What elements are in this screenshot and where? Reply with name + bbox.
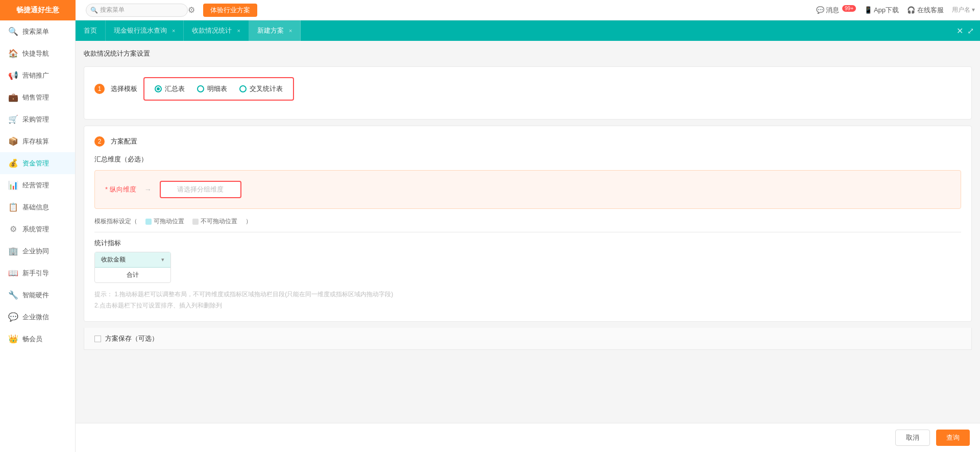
metrics-header: 模板指标设定（ 可拖动位置 不可拖动位置 ）	[94, 217, 961, 226]
sidebar: 🔍 搜索菜单 🏠 快捷导航 📢 营销推广 💼 销售管理 🛒 采购管理 📦 库存核…	[0, 20, 76, 452]
tab-collection-close[interactable]: ×	[237, 28, 240, 34]
info-icon: 📋	[8, 202, 18, 212]
search-icon: 🔍	[8, 27, 18, 36]
radio-summary[interactable]: 汇总表	[155, 84, 185, 93]
sidebar-item-finance[interactable]: 💰 资金管理	[0, 152, 75, 174]
sidebar-item-enterprise[interactable]: 🏢 企业协同	[0, 240, 75, 262]
content-area: 首页 现金银行流水查询 × 收款情况统计 × 新建方案 × ✕ ⤢ 收款情况统计…	[76, 20, 980, 452]
main-layout: 🔍 搜索菜单 🏠 快捷导航 📢 营销推广 💼 销售管理 🛒 采购管理 📦 库存核…	[0, 20, 980, 452]
tab-new-plan-close[interactable]: ×	[289, 28, 292, 34]
sidebar-item-label: 库存核算	[22, 137, 49, 146]
radio-summary-label: 汇总表	[165, 84, 185, 93]
sidebar-item-label: 智能硬件	[22, 291, 49, 300]
tip-2: 2.点击标题栏下拉可设置排序、插入列和删除列	[94, 300, 961, 312]
metrics-cell-total: 合计	[95, 268, 170, 282]
tab-collection-label: 收款情况统计	[192, 26, 232, 35]
sidebar-item-label: 资金管理	[22, 159, 49, 168]
radio-cross[interactable]: 交叉统计表	[239, 84, 283, 93]
sidebar-item-member[interactable]: 👑 畅会员	[0, 328, 75, 350]
download-item[interactable]: 📱 App下载	[864, 6, 899, 15]
close-window-icon[interactable]: ✕	[957, 26, 963, 36]
sidebar-item-label: 新手引导	[22, 269, 49, 278]
metrics-settings-label: 模板指标设定（	[94, 217, 137, 226]
hardware-icon: 🔧	[8, 290, 18, 300]
step2-circle: 2	[94, 136, 105, 147]
divider	[94, 232, 961, 232]
sidebar-item-wechat[interactable]: 💬 企业微信	[0, 306, 75, 328]
search-bar[interactable]: 🔍 搜索菜单	[86, 4, 188, 17]
metrics-col-label: 收款金额	[101, 255, 126, 264]
tab-cash-flow-close[interactable]: ×	[172, 28, 175, 34]
logo-text: 畅捷通好生意	[16, 6, 59, 15]
unmovable-dot	[192, 219, 199, 225]
sidebar-item-label: 畅会员	[22, 335, 42, 344]
tab-cash-flow-label: 现金银行流水查询	[114, 26, 167, 35]
gear-icon[interactable]: ⚙	[188, 5, 195, 15]
trial-button[interactable]: 体验行业方案	[203, 4, 257, 17]
sidebar-item-label: 系统管理	[22, 225, 49, 234]
search-placeholder: 搜索菜单	[100, 6, 125, 14]
save-section: 方案保存（可选）	[84, 328, 972, 350]
user-avatar[interactable]: 用户名 ▾	[952, 6, 975, 14]
tab-collection-stats[interactable]: 收款情况统计 ×	[184, 20, 249, 41]
unmovable-legend: 不可拖动位置	[192, 217, 237, 226]
movable-label: 可拖动位置	[154, 217, 184, 226]
radio-summary-btn[interactable]	[155, 85, 162, 92]
notification-item[interactable]: 💬 消息 99+	[816, 6, 856, 15]
query-button[interactable]: 查询	[936, 430, 970, 446]
system-icon: ⚙	[8, 224, 18, 234]
sidebar-item-inventory[interactable]: 📦 库存核算	[0, 130, 75, 152]
sidebar-item-purchase[interactable]: 🛒 采购管理	[0, 108, 75, 130]
step1-row: 1 选择模板 汇总表 明细表 交叉统计表	[94, 77, 961, 101]
metrics-settings: 模板指标设定（ 可拖动位置 不可拖动位置 ） 统计指标	[94, 217, 961, 283]
dimension-title: 汇总维度（必选）	[94, 155, 961, 164]
sidebar-item-system[interactable]: ⚙ 系统管理	[0, 218, 75, 240]
unmovable-label: 不可拖动位置	[201, 217, 237, 226]
radio-detail-label: 明细表	[207, 84, 227, 93]
notification-badge: 99+	[842, 5, 856, 12]
step1-circle: 1	[94, 84, 105, 94]
movable-legend: 可拖动位置	[145, 217, 184, 226]
radio-detail-btn[interactable]	[197, 85, 204, 92]
tips-area: 提示： 1.拖动标题栏可以调整布局，不可跨维度或指标区域拖动栏目段(只能在同一维…	[94, 289, 961, 311]
sidebar-item-label: 采购管理	[22, 115, 49, 124]
save-checkbox[interactable]	[94, 336, 101, 342]
tab-cash-flow[interactable]: 现金银行流水查询 ×	[106, 20, 184, 41]
sidebar-item-guide[interactable]: 📖 新手引导	[0, 262, 75, 284]
sidebar-item-label: 快捷导航	[22, 49, 49, 58]
step1-label: 选择模板	[111, 84, 137, 93]
sidebar-item-basic-info[interactable]: 📋 基础信息	[0, 196, 75, 218]
sidebar-item-nav[interactable]: 🏠 快捷导航	[0, 42, 75, 64]
tab-home[interactable]: 首页	[76, 20, 106, 41]
sidebar-item-marketing[interactable]: 📢 营销推广	[0, 64, 75, 86]
dimension-row: * 纵向维度 → 请选择分组维度	[105, 181, 950, 198]
header-right: 💬 消息 99+ 📱 App下载 🎧 在线客服 用户名 ▾	[816, 6, 975, 15]
sidebar-item-sales[interactable]: 💼 销售管理	[0, 86, 75, 108]
dimension-select[interactable]: 请选择分组维度	[160, 181, 241, 198]
tab-bar: 首页 现金银行流水查询 × 收款情况统计 × 新建方案 × ✕ ⤢	[76, 20, 980, 41]
radio-cross-btn[interactable]	[239, 85, 247, 92]
enterprise-icon: 🏢	[8, 246, 18, 256]
page-title: 收款情况统计方案设置	[84, 49, 972, 58]
tab-new-plan[interactable]: 新建方案 ×	[249, 20, 301, 41]
radio-cross-label: 交叉统计表	[250, 84, 283, 93]
save-label: 方案保存（可选）	[105, 334, 158, 343]
bottom-actions: 取消 查询	[76, 423, 980, 452]
radio-detail[interactable]: 明细表	[197, 84, 227, 93]
sidebar-item-label: 基础信息	[22, 203, 49, 212]
template-options: 汇总表 明细表 交叉统计表	[143, 77, 294, 101]
metrics-table: 收款金额 ▾ 合计	[94, 252, 171, 283]
expand-icon[interactable]: ⤢	[967, 26, 974, 36]
cancel-button[interactable]: 取消	[895, 430, 930, 446]
sidebar-item-search[interactable]: 🔍 搜索菜单	[0, 20, 75, 42]
sidebar-item-operations[interactable]: 📊 经营管理	[0, 174, 75, 196]
page-content: 收款情况统计方案设置 1 选择模板 汇总表 明细表	[76, 41, 980, 423]
sidebar-item-label: 销售管理	[22, 93, 49, 102]
service-item[interactable]: 🎧 在线客服	[907, 6, 944, 15]
sidebar-item-label: 营销推广	[22, 71, 49, 80]
sidebar-item-hardware[interactable]: 🔧 智能硬件	[0, 284, 75, 306]
metrics-header-row[interactable]: 收款金额 ▾	[95, 252, 170, 268]
dropdown-arrow-icon[interactable]: ▾	[161, 256, 164, 263]
step2-row: 2 方案配置	[94, 136, 961, 147]
sidebar-item-label: 经营管理	[22, 181, 49, 190]
